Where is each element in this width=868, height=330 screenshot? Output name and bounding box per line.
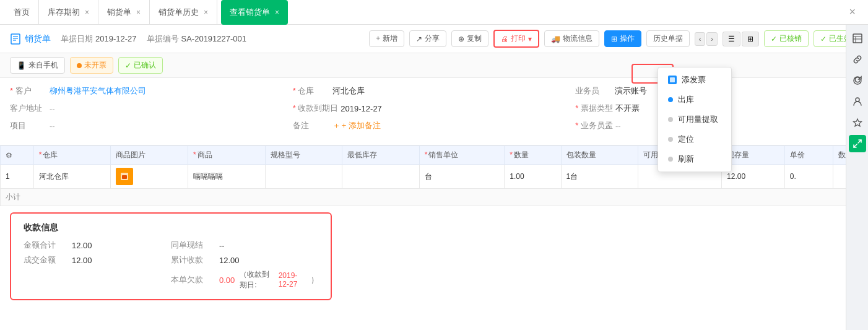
history-button[interactable]: 历史单据: [646, 30, 690, 47]
same-order-label: 同单现结: [171, 240, 214, 251]
svg-rect-5: [122, 175, 127, 179]
col-pack-qty: 包装数量: [561, 146, 638, 165]
col-product: *商品: [188, 146, 265, 165]
row-unit: 台: [419, 165, 504, 189]
svg-rect-0: [11, 34, 20, 44]
share-icon: ↗: [416, 35, 422, 43]
doc-type-label: 销货单: [25, 33, 51, 45]
logistics-button[interactable]: 🚚 物流信息: [544, 30, 599, 47]
row-product-img: [111, 165, 188, 189]
payment-date-value: 2019-12-27: [341, 104, 382, 113]
svg-rect-6: [670, 77, 675, 82]
same-order-value: --: [219, 241, 225, 250]
cumulative-row: 累计收款 12.00: [171, 254, 318, 266]
main-content: 销货单 单据日期 2019-12-27 单据编号 SA-20191227-001…: [0, 25, 868, 330]
row-index: 1: [1, 165, 34, 189]
sidebar-refresh-icon[interactable]: [849, 72, 866, 89]
tab-sales-order-close[interactable]: ×: [136, 8, 141, 17]
operations-button[interactable]: ⊞ 操作: [604, 30, 641, 47]
doc-date-value: 2019-12-27: [95, 34, 137, 43]
row-product-name: 嗝嗝嗝嗝: [188, 165, 265, 189]
open-ticket-dot: [77, 63, 82, 68]
sidebar-table-icon[interactable]: [849, 30, 866, 47]
dropdown-warehouse-out[interactable]: 出库: [658, 90, 731, 110]
note-field: 备注 ＋ + 添加备注: [293, 120, 576, 131]
sidebar-user-icon[interactable]: [849, 93, 866, 110]
invoice-label: 票据类型: [575, 103, 613, 114]
sold-out-button[interactable]: ✓ 已核销: [764, 30, 809, 47]
toolbar: + 新增 ↗ 分享 ⊕ 复制 🖨 打印 ▾ 🚚 物流信息: [369, 30, 858, 48]
dropdown-refresh[interactable]: 刷新: [658, 149, 731, 169]
print-button[interactable]: 🖨 打印 ▾: [493, 30, 539, 48]
dropdown-locate[interactable]: 定位: [658, 129, 731, 149]
balance-value: 0.00: [219, 276, 235, 285]
locate-dot: [668, 137, 673, 142]
check2-icon: ✓: [820, 35, 827, 43]
doc-number-field: 单据编号 SA-20191227-001: [147, 33, 247, 45]
payment-date-field: 收款到期日 2019-12-27: [293, 103, 576, 114]
copy-button[interactable]: ⊕ 复制: [451, 30, 488, 47]
tab-inventory-init-close[interactable]: ×: [85, 8, 89, 17]
sidebar-star-icon[interactable]: [849, 114, 866, 131]
nav-arrows: ‹ ›: [695, 32, 718, 46]
warehouse-label: 仓库: [293, 85, 330, 97]
add-invoice-icon: [668, 76, 677, 84]
transaction-row: 成交金额 12.00: [24, 254, 171, 266]
svg-point-11: [856, 98, 859, 102]
row-spec: [265, 165, 342, 189]
payment-info-grid: 金额合计 12.00 同单现结 -- 成交金额 12.00 累计收款 12.00…: [24, 240, 318, 290]
tab-inventory-init[interactable]: 库存期初 ×: [39, 0, 98, 25]
list-view-button[interactable]: ☰: [723, 32, 740, 46]
product-table: ⚙ *仓库 商品图片 *商品 规格型号 最低库存 *销售单位 *数量 包装数量 …: [0, 145, 868, 206]
col-gear[interactable]: ⚙: [1, 146, 34, 165]
cumulative-label: 累计收款: [171, 254, 214, 266]
doc-title-area: 销货单: [10, 33, 51, 45]
add-note-button[interactable]: ＋ + 添加备注: [332, 120, 381, 131]
tab-sales-order[interactable]: 销货单 ×: [98, 0, 150, 25]
new-button[interactable]: + 新增: [369, 30, 404, 47]
sidebar-expand-icon[interactable]: [849, 135, 866, 152]
customer-label: 客户: [10, 85, 47, 97]
address-field: 客户地址 --: [10, 103, 293, 114]
staff2-value: --: [615, 121, 621, 131]
print-icon: 🖨: [501, 35, 508, 43]
total-label: 金额合计: [24, 240, 67, 251]
tab-sales-history[interactable]: 销货单历史 ×: [150, 0, 217, 25]
staff-value: 演示账号: [615, 85, 647, 97]
share-button[interactable]: ↗ 分享: [409, 30, 446, 47]
dropdown-add-invoice[interactable]: 添发票: [658, 70, 731, 90]
col-unit: *销售单位: [419, 146, 504, 165]
dropdown-available-qty[interactable]: 可用量提取: [658, 110, 731, 129]
grid-icon: ⊞: [611, 35, 617, 43]
project-value: --: [50, 121, 55, 131]
check-icon: ✓: [771, 35, 777, 43]
doc-meta: 单据日期 2019-12-27 单据编号 SA-20191227-001: [61, 33, 246, 45]
print-dropdown-arrow[interactable]: ▾: [528, 35, 532, 43]
row-unit-price: 0.: [784, 165, 833, 189]
doc-header: 销货单 单据日期 2019-12-27 单据编号 SA-20191227-001…: [0, 25, 868, 53]
subtotal-row: 小计: [1, 189, 868, 206]
transaction-value: 12.00: [72, 256, 92, 265]
table-row: 1 河北仓库 嗝嗝嗝嗝 台 1.00 1台: [1, 165, 868, 189]
tab-view-sales[interactable]: 查看销货单 ×: [221, 0, 288, 25]
from-phone-button[interactable]: 📱 来自手机: [10, 57, 65, 74]
next-button[interactable]: ›: [706, 32, 718, 46]
confirm-check-icon: ✓: [125, 61, 131, 70]
grid-view-button[interactable]: ⊞: [742, 32, 759, 46]
phone-icon: 📱: [17, 61, 26, 70]
tab-home[interactable]: 首页: [5, 0, 39, 25]
view-toggle: ☰ ⊞: [723, 32, 759, 46]
balance-label: 本单欠款: [171, 274, 214, 285]
total-row: 金额合计 12.00: [24, 240, 171, 251]
tab-sales-history-close[interactable]: ×: [204, 8, 208, 17]
plus-icon: ＋: [332, 120, 341, 131]
truck-icon: 🚚: [551, 35, 560, 43]
col-quantity: *数量: [505, 146, 561, 165]
sidebar-link-icon[interactable]: [849, 51, 866, 68]
window-close-button[interactable]: ×: [841, 6, 863, 19]
invoice-value: 不开票: [615, 103, 640, 114]
tab-view-sales-close[interactable]: ×: [275, 8, 279, 17]
available-qty-dot: [668, 117, 673, 122]
prev-button[interactable]: ‹: [695, 32, 706, 46]
customer-value[interactable]: 柳州粤港平安气体有限公司: [50, 85, 146, 97]
